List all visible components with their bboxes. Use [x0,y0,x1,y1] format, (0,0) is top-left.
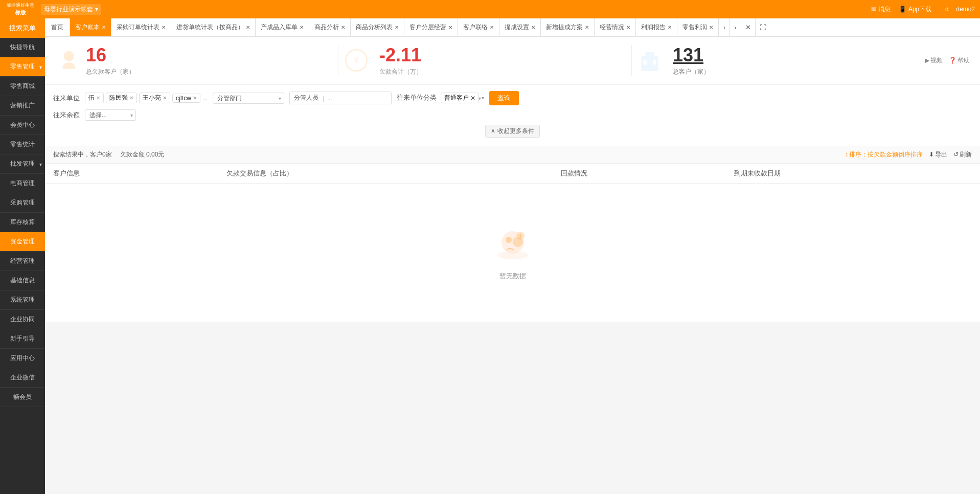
tab-retail-profit[interactable]: 零售利润 ✕ [677,18,719,36]
tab-close-all[interactable]: ✕ [741,18,755,36]
sort-button[interactable]: ↕ 排序：按欠款金额倒序排序 [845,150,923,159]
tab-close-icon[interactable]: ✕ [246,25,250,30]
tab-product-analysis-list[interactable]: 商品分析列表 ✕ [351,18,404,36]
tag-close-icon[interactable]: ✕ [129,95,133,101]
tab-profit-report[interactable]: 利润报告 ✕ [636,18,677,36]
tab-product-analysis[interactable]: 商品分析 ✕ [309,18,351,36]
sidebar-item-marketing[interactable]: 营销推广 [0,96,45,116]
tag-label: cjttcw [176,95,191,102]
sidebar-item-system[interactable]: 系统管理 [0,290,45,310]
tab-close-icon[interactable]: ✕ [626,25,630,30]
customers-icon [60,48,86,73]
account-dropdown[interactable]: 母婴行业演示帐套 ▾ [41,4,101,15]
collapse-label: 收起更多条件 [497,127,534,136]
classify-tag[interactable]: 普通客户 ✕ [441,93,479,103]
tab-close-icon[interactable]: ✕ [448,25,452,30]
sidebar-item-member2[interactable]: 畅会员 [0,388,45,407]
tab-stock-stats[interactable]: 进货单统计表（按商品） ✕ [171,18,256,36]
balance-select[interactable]: 选择... [85,109,136,121]
tab-fullscreen[interactable]: ⛶ [755,18,770,36]
logo-line2: 标版 [15,9,26,16]
sidebar-item-retail-mgmt[interactable]: 零售管理 [0,57,45,77]
person-label: 分管人员 [294,94,318,102]
tab-purchase-stats[interactable]: 采购订单统计表 ✕ [111,18,171,36]
tab-bar: 首页 客户账本 ✕ 采购订单统计表 ✕ 进货单统计表（按商品） ✕ 产成品入库单… [45,18,980,37]
tab-scroll-right[interactable]: › [730,18,740,36]
tab-close-icon[interactable]: ✕ [102,25,106,30]
search-button[interactable]: 查询 [489,91,519,105]
sidebar-item-label: 采购管理 [10,199,35,206]
unit-filter-label: 往来单位 [53,94,80,103]
empty-text: 暂无数据 [499,272,526,281]
tab-close-icon[interactable]: ✕ [709,25,713,30]
unit-tag-1[interactable]: 伍 ✕ [85,93,104,103]
tag-label: 王小亮 [143,94,161,102]
sidebar-item-retail-stats[interactable]: 零售统计 [0,135,45,154]
tab-add-commission[interactable]: 新增提成方案 ✕ [541,18,595,36]
tab-customer-layer[interactable]: 客户分层经营 ✕ [404,18,458,36]
sort-icon: ↕ [845,151,848,158]
tab-close-icon[interactable]: ✕ [585,25,589,30]
video-btn[interactable]: ▶ 视频 [925,56,943,65]
sidebar-search[interactable]: 搜索菜单 [0,18,45,38]
unit-tag-4[interactable]: cjttcw ✕ [172,94,200,103]
classify-close-icon[interactable]: ✕ [470,95,475,102]
tab-customer-ledger[interactable]: 客户账本 ✕ [70,18,111,36]
sidebar-item-finance[interactable]: 资金管理 [0,232,45,252]
stat-total-all-customers: 131 总客户（家） [631,45,925,76]
sidebar-item-label: 库存核算 [10,218,35,226]
sidebar-item-collab[interactable]: 企业协同 [0,310,45,329]
sidebar-item-operations[interactable]: 经营管理 [0,252,45,271]
tab-operations[interactable]: 经营情况 ✕ [595,18,636,36]
stat3-value: 131 [673,45,703,65]
unit-tag-3[interactable]: 王小亮 ✕ [139,93,170,103]
sidebar-item-wholesale[interactable]: 批发管理 [0,154,45,174]
tag-close-icon[interactable]: ✕ [163,95,167,101]
results-info: 搜索结果中，客户0家 欠款金额 0.00元 [53,150,164,159]
sidebar-item-retail-mall[interactable]: 零售商城 [0,77,45,96]
data-table: 客户信息 欠款交易信息（占比） 回款情况 到期未收款日期 [45,164,980,322]
sidebar-item-newbie[interactable]: 新手引导 [0,329,45,349]
sidebar-item-quick-nav[interactable]: 快捷导航 [0,38,45,57]
collapse-btn[interactable]: ∧ 收起更多条件 [485,125,540,138]
sidebar-item-ecommerce[interactable]: 电商管理 [0,174,45,193]
sidebar-item-member[interactable]: 会员中心 [0,116,45,135]
sidebar-item-appstore[interactable]: 应用中心 [0,349,45,368]
user-avatar-btn[interactable]: d demo2 [940,2,975,16]
refresh-button[interactable]: ↺ 刷新 [953,150,972,159]
tag-close-icon[interactable]: ✕ [193,95,197,101]
col-repayment: 回款情况 [553,164,726,184]
message-btn[interactable]: ✉ 消息 [871,5,891,14]
sidebar-item-purchase[interactable]: 采购管理 [0,193,45,213]
tab-label: 新增提成方案 [546,23,583,32]
dept-select[interactable]: 分管部门 [213,93,284,104]
tab-commission-settings[interactable]: 提成设置 ✕ [499,18,541,36]
tab-close-icon[interactable]: ✕ [341,25,345,30]
results-bar: 搜索结果中，客户0家 欠款金额 0.00元 ↕ 排序：按欠款金额倒序排序 ⬇ 导… [45,146,980,164]
tab-customer-contact[interactable]: 客户联络 ✕ [458,18,499,36]
tab-production[interactable]: 产成品入库单 ✕ [256,18,309,36]
content-area: 首页 客户账本 ✕ 采购订单统计表 ✕ 进货单统计表（按商品） ✕ 产成品入库单… [45,18,980,494]
sidebar-item-inventory[interactable]: 库存核算 [0,213,45,232]
person-more-btn[interactable]: ... [328,94,334,102]
tag-close-icon[interactable]: ✕ [96,95,100,101]
tab-close-icon[interactable]: ✕ [490,25,494,30]
tab-close-icon[interactable]: ✕ [531,25,535,30]
app-download-btn[interactable]: 📱 App下载 [899,5,931,14]
video-icon: ▶ [925,57,929,64]
tab-close-icon[interactable]: ✕ [300,25,304,30]
more-tags-btn[interactable]: ... [202,95,208,102]
tab-home[interactable]: 首页 [45,18,70,36]
help-btn[interactable]: ❓ 帮助 [949,56,970,65]
chevron-down-icon[interactable]: ▾ [482,95,484,101]
sidebar-item-weixin[interactable]: 企业微信 [0,368,45,388]
tab-scroll-left[interactable]: ‹ [719,18,730,36]
sidebar-item-basic-info[interactable]: 基础信息 [0,271,45,290]
debt-amount: 欠款金额 0.00元 [120,150,165,159]
unit-tag-2[interactable]: 陈民强 ✕ [106,93,137,103]
tag-label: 陈民强 [109,94,128,102]
export-button[interactable]: ⬇ 导出 [929,150,947,159]
tab-close-icon[interactable]: ✕ [668,25,672,30]
tab-close-icon[interactable]: ✕ [162,25,166,30]
tab-close-icon[interactable]: ✕ [395,25,399,30]
